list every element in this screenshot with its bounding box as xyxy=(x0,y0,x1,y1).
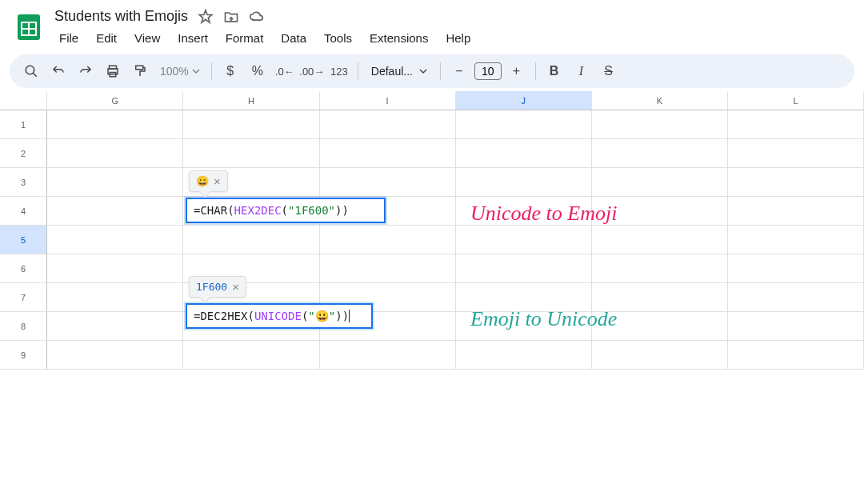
cell[interactable] xyxy=(47,168,183,197)
cell[interactable] xyxy=(47,341,183,370)
font-family-dropdown[interactable]: Defaul... xyxy=(365,65,434,78)
row-header[interactable]: 7 xyxy=(0,283,47,312)
menu-format[interactable]: Format xyxy=(218,28,272,48)
svg-point-4 xyxy=(26,66,34,74)
menu-file[interactable]: File xyxy=(51,28,86,48)
formula-editor[interactable]: =DEC2HEX(UNICODE("😀")) xyxy=(186,303,373,329)
annotation-label: Unicode to Emoji xyxy=(470,202,617,226)
row-header[interactable]: 6 xyxy=(0,254,47,283)
column-header[interactable]: I xyxy=(320,91,456,110)
cell[interactable] xyxy=(728,197,864,226)
cell[interactable] xyxy=(456,110,592,139)
bold-icon[interactable]: B xyxy=(542,59,566,83)
print-icon[interactable] xyxy=(101,59,125,83)
cell[interactable] xyxy=(183,110,319,139)
cell[interactable] xyxy=(728,312,864,341)
formula-result-tooltip: 😀 × xyxy=(189,170,228,192)
document-title[interactable]: Students with Emojis xyxy=(54,8,188,25)
menu-extensions[interactable]: Extensions xyxy=(362,28,436,48)
cell[interactable] xyxy=(592,110,728,139)
cell[interactable] xyxy=(320,139,456,168)
cell[interactable] xyxy=(592,341,728,370)
row-header[interactable]: 3 xyxy=(0,168,47,197)
close-icon[interactable]: × xyxy=(214,174,221,188)
cell[interactable] xyxy=(456,226,592,254)
cell[interactable] xyxy=(728,139,864,168)
annotation-label: Emoji to Unicode xyxy=(470,307,617,331)
column-header[interactable]: H xyxy=(183,91,319,110)
row-header[interactable]: 4 xyxy=(0,197,47,226)
menu-edit[interactable]: Edit xyxy=(88,28,125,48)
cell[interactable] xyxy=(728,226,864,254)
cell[interactable] xyxy=(47,226,183,254)
cell[interactable] xyxy=(728,341,864,370)
cell[interactable] xyxy=(320,110,456,139)
cell[interactable] xyxy=(592,226,728,254)
close-icon[interactable]: × xyxy=(232,280,239,294)
menu-insert[interactable]: Insert xyxy=(170,28,216,48)
strikethrough-icon[interactable]: S xyxy=(597,59,621,83)
currency-icon[interactable]: $ xyxy=(218,59,242,83)
cell[interactable] xyxy=(728,283,864,312)
search-icon[interactable] xyxy=(19,59,43,83)
cell[interactable] xyxy=(47,254,183,283)
redo-icon[interactable] xyxy=(74,59,98,83)
row-header[interactable]: 9 xyxy=(0,341,47,370)
italic-icon[interactable]: I xyxy=(570,59,594,83)
menu-view[interactable]: View xyxy=(126,28,168,48)
row-header[interactable]: 1 xyxy=(0,110,47,139)
formula-result-tooltip: 1F600 × xyxy=(189,276,246,298)
menu-help[interactable]: Help xyxy=(438,28,478,48)
percent-icon[interactable]: % xyxy=(246,59,270,83)
cell[interactable] xyxy=(47,312,183,341)
cell[interactable] xyxy=(728,110,864,139)
cell[interactable] xyxy=(183,341,319,370)
cell[interactable] xyxy=(320,341,456,370)
sheets-logo[interactable] xyxy=(13,6,45,48)
cloud-status-icon[interactable] xyxy=(249,9,265,25)
cell[interactable] xyxy=(728,254,864,283)
cell[interactable] xyxy=(728,168,864,197)
move-folder-icon[interactable] xyxy=(223,9,239,25)
zoom-dropdown[interactable]: 100% xyxy=(155,65,205,78)
increase-decimal-icon[interactable]: .00→ xyxy=(300,59,324,83)
menu-tools[interactable]: Tools xyxy=(316,28,360,48)
menu-data[interactable]: Data xyxy=(273,28,314,48)
cell[interactable] xyxy=(592,254,728,283)
svg-rect-8 xyxy=(136,66,143,70)
column-header[interactable]: K xyxy=(592,91,728,110)
column-header[interactable]: G xyxy=(47,91,183,110)
row-header[interactable]: 8 xyxy=(0,312,47,341)
font-size-input[interactable]: 10 xyxy=(474,62,502,80)
cell[interactable] xyxy=(47,139,183,168)
formula-editor[interactable]: =CHAR(HEX2DEC("1F600")) xyxy=(186,198,386,223)
cell[interactable] xyxy=(320,168,456,197)
cell[interactable] xyxy=(183,139,319,168)
column-header[interactable]: J xyxy=(456,91,592,110)
column-header[interactable]: L xyxy=(728,91,864,110)
spreadsheet-grid: G H I J K L 1 2 3 4 5 6 7 8 9 😀 × =CHAR(… xyxy=(0,91,864,370)
decrease-decimal-icon[interactable]: .0← xyxy=(273,59,297,83)
cell[interactable] xyxy=(320,226,456,254)
cell[interactable] xyxy=(456,254,592,283)
cell[interactable] xyxy=(456,168,592,197)
cell[interactable] xyxy=(456,341,592,370)
paint-format-icon[interactable] xyxy=(128,59,152,83)
cell[interactable] xyxy=(320,254,456,283)
cell[interactable] xyxy=(47,110,183,139)
star-icon[interactable] xyxy=(198,9,214,25)
cell[interactable] xyxy=(47,283,183,312)
number-format-icon[interactable]: 123 xyxy=(327,59,351,83)
cell[interactable] xyxy=(592,168,728,197)
hex-result: 1F600 xyxy=(196,281,227,293)
cell[interactable] xyxy=(47,197,183,226)
row-header[interactable]: 5 xyxy=(0,226,47,254)
cell[interactable] xyxy=(592,139,728,168)
cell[interactable] xyxy=(183,226,319,254)
row-header[interactable]: 2 xyxy=(0,139,47,168)
undo-icon[interactable] xyxy=(46,59,70,83)
select-all-corner[interactable] xyxy=(0,91,47,110)
decrease-font-icon[interactable]: − xyxy=(447,59,471,83)
increase-font-icon[interactable]: + xyxy=(505,59,529,83)
cell[interactable] xyxy=(456,139,592,168)
